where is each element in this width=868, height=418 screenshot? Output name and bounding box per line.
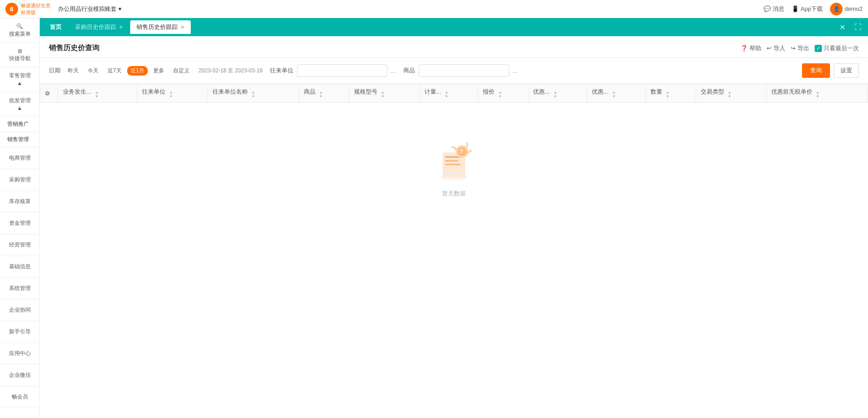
export-button[interactable]: ↪ 导出 <box>791 44 809 52</box>
col-goods[interactable]: 商品 ▲▼ <box>299 84 349 103</box>
sidebar-item-finance[interactable]: 资金管理 <box>0 213 39 234</box>
message-button[interactable]: 💬 消息 <box>764 5 784 13</box>
col-quantity[interactable]: 数量 ▲▼ <box>646 84 696 103</box>
col-partner-name[interactable]: 往来单位名称 ▲▼ <box>208 84 299 103</box>
date-label: 日期 <box>49 66 61 75</box>
gear-icon: ⚙ <box>45 90 50 97</box>
empty-state: ? 暂无数据 <box>40 103 868 234</box>
sort-icon-partner-name: ▲▼ <box>251 90 255 99</box>
col-spec[interactable]: 规格型号 ▲▼ <box>349 84 420 103</box>
app-selector[interactable]: 办公用品行业模拟账套 ▾ <box>54 5 125 13</box>
sidebar-item-ecommerce[interactable]: 电商管理 <box>0 147 39 169</box>
sidebar-item-wholesale-mgmt[interactable]: 批发管理 ▲ <box>0 92 39 117</box>
sidebar-item-purchase-mgmt[interactable]: 采购管理 <box>0 169 39 191</box>
top-bar-left: 6 畅捷通好生意 标准版 办公用品行业模拟账套 ▾ <box>5 2 125 15</box>
date-btn-7days[interactable]: 近7天 <box>104 66 125 76</box>
col-discount2[interactable]: 优惠... ▲▼ <box>587 84 646 103</box>
sort-icon-unit: ▲▼ <box>444 90 448 99</box>
close-tab-action[interactable]: ✕ <box>837 22 848 33</box>
page-header-actions: ❓ 帮助 ↩ 导入 ↪ 导出 ✓ 只看最后一次 <box>741 44 859 52</box>
data-table: ⚙ 业务发生... ▲▼ 往来单位 ▲▼ 往来单位名称 <box>40 84 868 234</box>
sidebar-item-enterprise-collab[interactable]: 企业协同 <box>0 299 39 321</box>
table-container: ⚙ 业务发生... ▲▼ 往来单位 ▲▼ 往来单位名称 <box>40 84 868 234</box>
col-trade-type[interactable]: 交易类型 ▲▼ <box>696 84 766 103</box>
content-area: 首页 采购历史价跟踪 ✕ 销售历史价跟踪 ✕ ✕ ⛶ 销售历史价查询 <box>40 18 868 418</box>
download-icon: 📱 <box>792 5 799 12</box>
date-btn-yesterday[interactable]: 昨天 <box>64 66 82 76</box>
partner-input[interactable] <box>297 64 387 77</box>
logo-icon: 6 <box>5 3 18 15</box>
sidebar-item-retail-mgmt[interactable]: 零售管理 ▲ <box>0 67 39 92</box>
empty-illustration: ? <box>431 139 476 184</box>
top-bar: 6 畅捷通好生意 标准版 办公用品行业模拟账套 ▾ 💬 消息 📱 App下载 👤… <box>0 0 868 18</box>
sort-icon-spec: ▲▼ <box>381 90 385 99</box>
help-icon: ❓ <box>741 45 748 52</box>
import-button[interactable]: ↩ 导入 <box>767 44 785 52</box>
date-btn-custom[interactable]: 自定义 <box>170 66 193 76</box>
checkbox-icon: ✓ <box>815 45 822 52</box>
settings-button[interactable]: 设置 <box>834 63 859 78</box>
sort-icon-price: ▲▼ <box>816 90 820 99</box>
col-discount1[interactable]: 优惠... ▲▼ <box>528 84 587 103</box>
maximize-action[interactable]: ⛶ <box>852 22 864 33</box>
svg-rect-4 <box>445 164 461 165</box>
partner-label: 往来单位 <box>270 66 293 75</box>
chevron-up-icon: ▲ <box>17 80 23 87</box>
col-unit[interactable]: 计量... ▲▼ <box>420 84 478 103</box>
tab-home[interactable]: 首页 <box>43 20 68 34</box>
goods-more[interactable]: ... <box>513 67 518 74</box>
table-header-row: ⚙ 业务发生... ▲▼ 往来单位 ▲▼ 往来单位名称 <box>40 84 868 103</box>
tab-bar: 首页 采购历史价跟踪 ✕ 销售历史价跟踪 ✕ ✕ ⛶ <box>40 18 868 36</box>
user-profile[interactable]: 👤 demo2 <box>830 3 863 15</box>
partner-more[interactable]: ... <box>391 67 396 74</box>
search-icon: 🔍 <box>16 23 23 30</box>
sidebar-item-operations[interactable]: 经营管理 <box>0 234 39 256</box>
main-layout: 🔍 搜索菜单 ⊞ 快捷导航 零售管理 ▲ 批发管理 ▲ 营销推广 销售管理 电商… <box>0 18 868 418</box>
chevron-up-icon2: ▲ <box>17 104 23 112</box>
sort-icon-quote: ▲▼ <box>498 90 502 99</box>
col-biz-date[interactable]: 业务发生... ▲▼ <box>58 84 137 103</box>
sort-icon-goods: ▲▼ <box>319 90 323 99</box>
date-btn-more[interactable]: 更多 <box>150 66 168 76</box>
app-download-button[interactable]: 📱 App下载 <box>792 5 823 13</box>
sidebar-item-basic-info[interactable]: 基础信息 <box>0 256 39 278</box>
sidebar-item-marketing[interactable]: 营销推广 <box>0 117 39 132</box>
sidebar-item-quick-nav[interactable]: ⊞ 快捷导航 <box>0 43 39 68</box>
sort-icon-trade-type: ▲▼ <box>727 90 731 99</box>
page-header: 销售历史价查询 ❓ 帮助 ↩ 导入 ↪ 导出 ✓ <box>40 36 868 58</box>
sort-icon-discount1: ▲▼ <box>553 90 557 99</box>
col-quote[interactable]: 报价 ▲▼ <box>478 84 528 103</box>
goods-input[interactable] <box>419 64 509 77</box>
partner-filter-group: 往来单位 ... <box>270 64 396 77</box>
tab-bar-actions: ✕ ⛶ <box>837 22 864 33</box>
sort-icon-quantity: ▲▼ <box>665 90 670 99</box>
help-button[interactable]: ❓ 帮助 <box>741 44 761 52</box>
sidebar-item-member[interactable]: 畅会员 <box>0 386 39 408</box>
date-btn-today[interactable]: 今天 <box>84 66 102 76</box>
sidebar: 🔍 搜索菜单 ⊞ 快捷导航 零售管理 ▲ 批发管理 ▲ 营销推广 销售管理 电商… <box>0 18 40 418</box>
sidebar-item-new-guide[interactable]: 新手引导 <box>0 321 39 343</box>
query-button[interactable]: 查询 <box>802 63 830 78</box>
sidebar-item-system-mgmt[interactable]: 系统管理 <box>0 278 39 299</box>
date-btn-1month[interactable]: 近1月 <box>127 66 148 76</box>
last-record-checkbox[interactable]: ✓ 只看最后一次 <box>815 44 859 52</box>
sidebar-item-sales-mgmt[interactable]: 销售管理 <box>0 132 39 147</box>
user-icon: 👤 <box>833 6 840 12</box>
avatar: 👤 <box>830 3 843 15</box>
logo-text: 畅捷通好生意 标准版 <box>21 2 51 15</box>
tab-purchase-history-close[interactable]: ✕ <box>119 24 123 30</box>
svg-text:?: ? <box>460 148 463 155</box>
sidebar-item-enterprise-wechat[interactable]: 企业微信 <box>0 365 39 386</box>
col-partner-code[interactable]: 往来单位 ▲▼ <box>137 84 208 103</box>
date-range-display: 2023-02-18 至 2023-03-18 <box>198 67 262 75</box>
col-price-no-tax[interactable]: 优惠前无税单价 ▲▼ <box>766 84 868 103</box>
sidebar-item-inventory[interactable]: 库存核算 <box>0 191 39 213</box>
logo-area: 6 畅捷通好生意 标准版 <box>5 2 51 15</box>
sidebar-item-search-menu[interactable]: 🔍 搜索菜单 <box>0 18 39 43</box>
goods-label: 商品 <box>403 66 415 75</box>
tab-sales-history-close[interactable]: ✕ <box>180 24 184 30</box>
sidebar-item-app-center[interactable]: 应用中心 <box>0 343 39 365</box>
tab-purchase-history[interactable]: 采购历史价跟踪 ✕ <box>69 20 129 34</box>
tab-sales-history[interactable]: 销售历史价跟踪 ✕ <box>130 20 191 34</box>
col-settings[interactable]: ⚙ <box>40 84 58 103</box>
